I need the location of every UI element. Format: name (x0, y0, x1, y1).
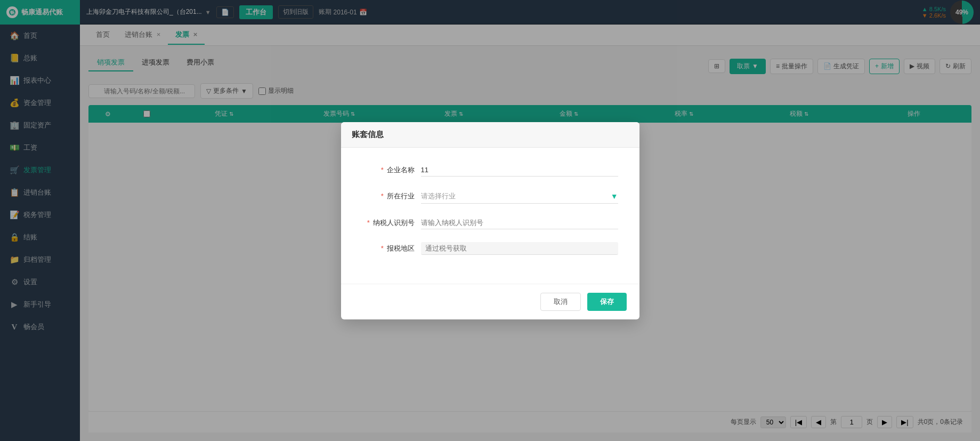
form-row-company-name: * 企业名称 (362, 164, 618, 177)
company-name-label: * 企业名称 (362, 165, 421, 175)
dialog-title: 账套信息 (341, 122, 639, 148)
tax-region-input (421, 242, 618, 255)
form-row-tax-region: * 报税地区 (362, 242, 618, 255)
form-row-industry: * 所在行业 请选择行业 ▼ (362, 189, 618, 204)
industry-label: * 所在行业 (362, 191, 421, 201)
form-row-tax-id: * 纳税人识别号 (362, 217, 618, 229)
tax-id-label: * 纳税人识别号 (362, 218, 421, 228)
dialog-footer: 取消 保存 (341, 284, 639, 319)
cancel-button[interactable]: 取消 (540, 293, 581, 311)
save-button[interactable]: 保存 (587, 293, 627, 311)
company-name-input[interactable] (421, 164, 618, 177)
industry-placeholder: 请选择行业 (421, 191, 611, 201)
tax-region-label: * 报税地区 (362, 244, 421, 253)
tax-id-input[interactable] (421, 217, 618, 229)
industry-dropdown-icon[interactable]: ▼ (611, 192, 618, 201)
dialog-body: * 企业名称 * 所在行业 请选择行业 ▼ * 纳 (341, 148, 639, 284)
dialog-overlay: 账套信息 * 企业名称 * 所在行业 请选择行业 ▼ (0, 0, 980, 441)
account-info-dialog: 账套信息 * 企业名称 * 所在行业 请选择行业 ▼ (341, 122, 639, 319)
industry-select[interactable]: 请选择行业 ▼ (421, 189, 618, 204)
